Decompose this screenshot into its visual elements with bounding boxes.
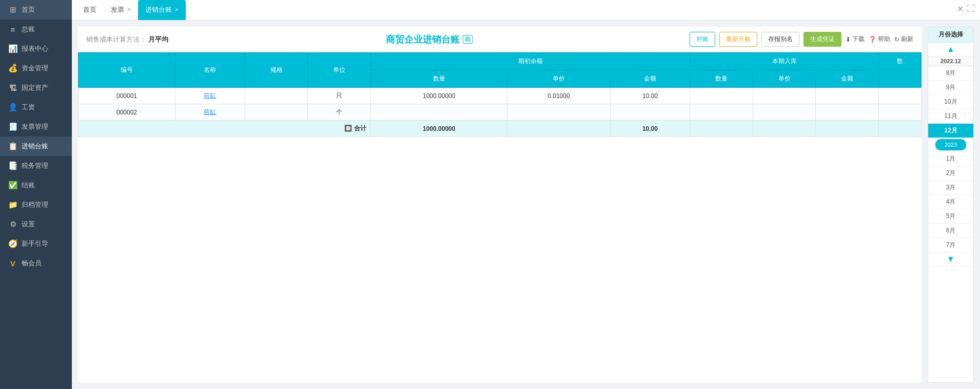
main-panel: 销售成本计算方法： 月平均 商贸企业进销台账 目 对账 重新开账 存报别名 生成… bbox=[78, 27, 922, 383]
month-item-9[interactable]: 9月 bbox=[928, 81, 973, 95]
download-icon: ⬇ bbox=[846, 36, 851, 43]
sidebar-item-assets[interactable]: 🏗 固定资产 bbox=[0, 78, 72, 98]
month-panel-title: 月份选择 bbox=[928, 27, 973, 43]
month-item-6[interactable]: 6月 bbox=[928, 224, 973, 238]
total-extra bbox=[879, 121, 922, 137]
generate-button[interactable]: 生成凭证 bbox=[803, 32, 841, 47]
col-unit: 单位 bbox=[308, 53, 371, 88]
main-area: 首页 发票 × 进销台账 × 销售成本计算方法： 月平均 bbox=[72, 0, 980, 389]
reports-icon: 📊 bbox=[8, 44, 17, 53]
table-wrap: 编号 名称 规格 单位 期初余额 本期入库 数 数量 单价 bbox=[78, 52, 922, 383]
payroll-icon: 👤 bbox=[8, 103, 17, 112]
sidebar-item-funds[interactable]: 💰 资金管理 bbox=[0, 59, 72, 78]
funds-icon: 💰 bbox=[8, 64, 17, 73]
reopen-button[interactable]: 重新开账 bbox=[719, 32, 757, 47]
month-item-5[interactable]: 5月 bbox=[928, 209, 973, 224]
year-label-2022: 2022.12 bbox=[928, 56, 973, 66]
tab-stock[interactable]: 进销台账 × bbox=[138, 0, 186, 20]
invoice-icon: 🧾 bbox=[8, 122, 17, 131]
col-group-opening: 期初余额 bbox=[371, 53, 690, 70]
total-in-price bbox=[753, 121, 816, 137]
cell-open-qty bbox=[371, 104, 507, 121]
cell-unit: 只 bbox=[308, 88, 371, 104]
cell-num: 000001 bbox=[79, 88, 175, 104]
col-extra-sub bbox=[879, 70, 922, 88]
home-icon: ⊞ bbox=[8, 5, 17, 14]
cell-in-qty bbox=[690, 104, 753, 121]
cell-open-price bbox=[507, 104, 610, 121]
cell-extra bbox=[879, 88, 922, 104]
cost-value: 月平均 bbox=[148, 35, 168, 44]
table-row: 000002 前缸 个 bbox=[79, 104, 922, 121]
cell-spec bbox=[245, 104, 308, 121]
archive-icon: 📁 bbox=[8, 200, 17, 209]
col-spec: 规格 bbox=[245, 53, 308, 88]
match-button[interactable]: 对账 bbox=[690, 32, 715, 47]
month-item-1[interactable]: 1月 bbox=[928, 152, 973, 166]
info-icon[interactable]: 目 bbox=[463, 35, 473, 44]
sidebar-item-member[interactable]: V 畅会员 bbox=[0, 254, 72, 273]
close-window-button[interactable]: ✕ bbox=[957, 4, 964, 14]
col-in-price: 单价 bbox=[753, 70, 816, 88]
month-item-4[interactable]: 4月 bbox=[928, 195, 973, 209]
panel-header: 销售成本计算方法： 月平均 商贸企业进销台账 目 对账 重新开账 存报别名 生成… bbox=[78, 27, 922, 52]
window-controls: ✕ ⛶ bbox=[957, 4, 975, 14]
cell-unit: 个 bbox=[308, 104, 371, 121]
maximize-window-button[interactable]: ⛶ bbox=[967, 4, 975, 14]
save-name-button[interactable]: 存报别名 bbox=[761, 32, 799, 47]
total-row: 🔲合计 1000.00000 10.00 bbox=[79, 121, 922, 137]
month-item-8[interactable]: 8月 bbox=[928, 66, 973, 81]
settings-icon: ⚙ bbox=[8, 220, 17, 229]
month-nav-down[interactable]: ▼ bbox=[928, 252, 973, 266]
cell-open-price: 0.01000 bbox=[507, 88, 610, 104]
cost-method: 销售成本计算方法： 月平均 bbox=[86, 35, 168, 44]
col-in-qty: 数量 bbox=[690, 70, 753, 88]
month-item-3[interactable]: 3月 bbox=[928, 181, 973, 195]
assets-icon: 🏗 bbox=[8, 84, 17, 92]
sidebar-item-guide[interactable]: 🧭 新手引导 bbox=[0, 234, 72, 254]
month-item-11[interactable]: 11月 bbox=[928, 109, 973, 124]
refresh-button[interactable]: ↻ 刷新 bbox=[894, 35, 913, 44]
close-invoice-tab[interactable]: × bbox=[127, 7, 131, 13]
tab-home[interactable]: 首页 bbox=[76, 0, 104, 20]
month-nav-up[interactable]: ▲ bbox=[928, 43, 973, 56]
sidebar-item-settle[interactable]: ✅ 结账 bbox=[0, 176, 72, 195]
sidebar-item-ledger[interactable]: ≡ 总账 bbox=[0, 20, 72, 39]
cell-name[interactable]: 前缸 bbox=[175, 88, 245, 104]
col-group-inbound: 本期入库 bbox=[690, 53, 879, 70]
sidebar-item-tax[interactable]: 📑 税务管理 bbox=[0, 156, 72, 176]
cell-open-amount: 10.00 bbox=[610, 88, 690, 104]
sidebar-item-invoice[interactable]: 🧾 发票管理 bbox=[0, 117, 72, 137]
tab-invoice[interactable]: 发票 × bbox=[104, 0, 138, 20]
help-button[interactable]: ❓ 帮助 bbox=[869, 35, 890, 44]
cell-num: 000002 bbox=[79, 104, 175, 121]
month-item-7[interactable]: 7月 bbox=[928, 238, 973, 252]
sidebar-item-payroll[interactable]: 👤 工资 bbox=[0, 98, 72, 117]
sidebar-item-reports[interactable]: 📊 报表中心 bbox=[0, 39, 72, 59]
cell-extra bbox=[879, 104, 922, 121]
cell-name[interactable]: 前缸 bbox=[175, 104, 245, 121]
month-list: ▲2022.12 8月 9月 10月 11月 12月 2023 1月 2月 3月… bbox=[928, 43, 973, 382]
sidebar-item-stock[interactable]: 📋 进销台账 bbox=[0, 137, 72, 156]
sidebar-item-archive[interactable]: 📁 归档管理 bbox=[0, 195, 72, 215]
cell-open-qty: 1000.00000 bbox=[371, 88, 507, 104]
col-open-price: 单价 bbox=[507, 70, 610, 88]
cell-open-amount bbox=[610, 104, 690, 121]
month-item-10[interactable]: 10月 bbox=[928, 95, 973, 109]
month-item-12[interactable]: 12月 bbox=[928, 124, 973, 138]
col-name: 名称 bbox=[175, 53, 245, 88]
settle-icon: ✅ bbox=[8, 181, 17, 190]
close-stock-tab[interactable]: × bbox=[175, 7, 179, 13]
sidebar-item-home[interactable]: ⊞ 首页 bbox=[0, 0, 72, 20]
month-panel: 月份选择 ▲2022.12 8月 9月 10月 11月 12月 2023 1月 … bbox=[928, 27, 974, 383]
refresh-icon: ↻ bbox=[894, 36, 899, 43]
download-button[interactable]: ⬇ 下载 bbox=[846, 35, 865, 44]
col-num: 编号 bbox=[79, 53, 175, 88]
sidebar-item-settings[interactable]: ⚙ 设置 bbox=[0, 215, 72, 234]
tax-icon: 📑 bbox=[8, 161, 17, 170]
month-item-2[interactable]: 2月 bbox=[928, 166, 973, 181]
col-open-qty: 数量 bbox=[371, 70, 507, 88]
cell-in-price bbox=[753, 104, 816, 121]
col-open-amount: 金额 bbox=[610, 70, 690, 88]
page-title: 商贸企业进销台账 目 bbox=[386, 33, 473, 46]
